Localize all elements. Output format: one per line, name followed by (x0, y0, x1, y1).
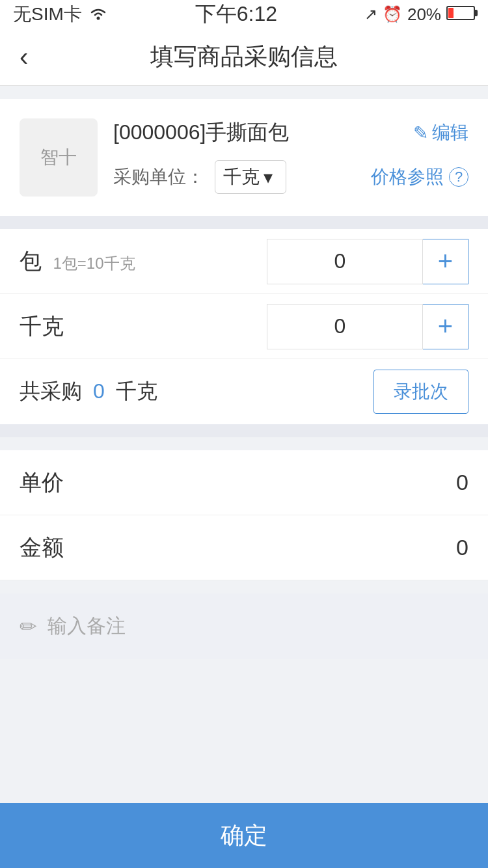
battery-icon (446, 5, 475, 25)
wifi-icon (88, 4, 108, 25)
location-icon: ↗ (364, 5, 377, 23)
amount-row: 金额 0 (0, 515, 488, 580)
bag-quantity-input[interactable] (267, 239, 423, 284)
product-card: 智十 [0000006]手撕面包 ✎ 编辑 采购单位： 千克 ▾ 价格参照 ? (0, 99, 488, 216)
record-batch-button[interactable]: 录批次 (373, 370, 468, 414)
kg-input-row: 千克 + (0, 294, 488, 359)
confirm-button[interactable]: 确定 (0, 803, 488, 868)
price-ref-button[interactable]: 价格参照 ? (371, 165, 468, 189)
summary-row: 共采购 0 千克 录批次 (0, 359, 488, 424)
status-right: ↗ ⏰ 20% (364, 5, 475, 25)
page-title: 填写商品采购信息 (150, 41, 338, 73)
back-button[interactable]: ‹ (20, 42, 28, 72)
product-name: [0000006]手撕面包 (113, 118, 289, 147)
remark-placeholder: 输入备注 (47, 613, 126, 640)
alarm-icon: ⏰ (383, 5, 402, 23)
bag-input-control: + (267, 239, 468, 284)
bag-sublabel: 1包=10千克 (53, 254, 135, 272)
battery-percent: 20% (407, 5, 441, 25)
unit-label: 采购单位： (113, 165, 204, 189)
summary-value: 0 (93, 379, 105, 403)
status-left: 无SIM卡 (13, 2, 108, 27)
product-header: [0000006]手撕面包 ✎ 编辑 (113, 118, 468, 147)
summary-prefix: 共采购 0 千克 (20, 377, 157, 406)
amount-value: 0 (456, 535, 468, 560)
price-section: 单价 0 金额 0 (0, 450, 488, 580)
unit-price-value: 0 (456, 470, 468, 495)
dropdown-icon: ▾ (264, 167, 273, 188)
bag-input-row: 包 1包=10千克 + (0, 229, 488, 294)
edit-label: 编辑 (432, 120, 468, 145)
status-bar: 无SIM卡 下午6:12 ↗ ⏰ 20% (0, 0, 488, 29)
kg-quantity-input[interactable] (267, 304, 423, 349)
product-image: 智十 (20, 118, 98, 197)
unit-price-label: 单价 (20, 468, 64, 498)
purchase-unit-row: 采购单位： 千克 ▾ 价格参照 ? (113, 160, 468, 194)
divider-1 (0, 216, 488, 229)
pencil-icon: ✏ (20, 614, 37, 639)
svg-point-0 (96, 17, 100, 20)
carrier-text: 无SIM卡 (13, 2, 82, 27)
product-info: [0000006]手撕面包 ✎ 编辑 采购单位： 千克 ▾ 价格参照 ? (113, 118, 468, 194)
remark-section[interactable]: ✏ 输入备注 (0, 593, 488, 659)
divider-2 (0, 424, 488, 437)
bag-plus-button[interactable]: + (423, 239, 468, 284)
kg-label: 千克 (20, 312, 111, 342)
help-icon: ? (449, 167, 468, 187)
status-time: 下午6:12 (195, 0, 277, 29)
nav-bar: ‹ 填写商品采购信息 (0, 29, 488, 86)
edit-button[interactable]: ✎ 编辑 (413, 120, 468, 145)
input-section: 包 1包=10千克 + 千克 + (0, 229, 488, 359)
kg-plus-button[interactable]: + (423, 304, 468, 349)
unit-select[interactable]: 千克 ▾ (215, 160, 286, 194)
unit-price-row: 单价 0 (0, 450, 488, 515)
edit-icon: ✎ (413, 122, 428, 144)
amount-label: 金额 (20, 533, 64, 563)
bag-label: 包 1包=10千克 (20, 247, 135, 277)
kg-input-control: + (267, 304, 468, 349)
